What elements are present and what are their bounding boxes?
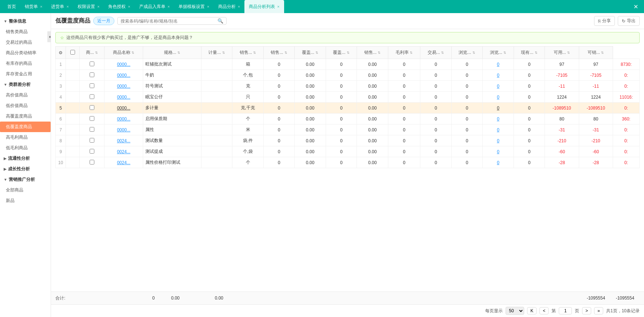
close-icon[interactable]: × xyxy=(97,4,99,9)
row-checkbox[interactable] xyxy=(80,146,105,157)
col-sales3[interactable]: 销售... ⇅ xyxy=(357,47,388,59)
row-gear[interactable] xyxy=(66,135,80,146)
sidebar-item-new-goods[interactable]: 新品 xyxy=(0,195,51,206)
col-code[interactable]: 商... ⇅ xyxy=(80,47,105,59)
row-checkbox[interactable] xyxy=(80,70,105,81)
close-icon[interactable]: × xyxy=(207,4,209,9)
prev-page-button[interactable]: < xyxy=(539,307,549,314)
row-checkbox[interactable] xyxy=(80,135,105,146)
col-checkbox[interactable] xyxy=(66,47,80,59)
page-of-label: 页 xyxy=(575,308,579,314)
close-window-button[interactable]: ✕ xyxy=(631,3,641,10)
nav-item-permissions[interactable]: 权限设置 × xyxy=(73,0,104,13)
nav-item-template[interactable]: 单据模板设置 × xyxy=(174,0,213,13)
row-browse1[interactable]: 0 xyxy=(483,92,514,103)
next-page-button[interactable]: > xyxy=(582,307,591,314)
sidebar-item-all-goods[interactable]: 全部商品 xyxy=(0,185,51,195)
search-input[interactable] xyxy=(121,19,217,24)
page-number-input[interactable] xyxy=(559,307,572,314)
last-page-button[interactable]: » xyxy=(594,307,603,314)
row-browse1[interactable]: 0 xyxy=(483,59,514,70)
row-gear[interactable] xyxy=(66,70,80,81)
col-browse2[interactable]: 浏览... ⇅ xyxy=(483,47,514,59)
select-all-checkbox[interactable] xyxy=(70,50,75,55)
close-icon[interactable]: × xyxy=(128,4,130,9)
col-unit[interactable]: 计量... ⇅ xyxy=(201,47,232,59)
search-icon[interactable]: 🔍 xyxy=(217,18,223,24)
row-gear[interactable] xyxy=(66,146,80,157)
col-available[interactable]: 可用... ⇅ xyxy=(545,47,579,59)
row-gear[interactable] xyxy=(66,124,80,135)
col-current[interactable]: 现有... ⇅ xyxy=(514,47,545,59)
nav-item-home[interactable]: 首页 xyxy=(3,0,20,13)
row-browse1[interactable]: 0 xyxy=(483,135,514,146)
nav-item-analysis[interactable]: 商品分析 × xyxy=(214,0,244,13)
row-gear[interactable] xyxy=(66,103,80,114)
row-browse1[interactable]: 0 xyxy=(483,124,514,135)
first-page-button[interactable]: K xyxy=(527,307,537,314)
col-trade[interactable]: 交易... ⇅ xyxy=(420,47,452,59)
nav-item-analysis-list[interactable]: 商品分析列表 × xyxy=(244,0,284,13)
close-icon[interactable]: × xyxy=(277,4,279,9)
row-checkbox[interactable] xyxy=(80,124,105,135)
sidebar-section-liquidity[interactable]: ▶ 流通性分析 xyxy=(0,153,51,164)
col-sales-qty[interactable]: 销售... ⇅ xyxy=(232,47,264,59)
sidebar-section-overall[interactable]: ▼ 整体信息 xyxy=(0,16,51,27)
close-icon[interactable]: × xyxy=(66,4,68,9)
close-icon[interactable]: × xyxy=(238,4,240,9)
row-checkbox[interactable] xyxy=(80,157,105,168)
row-browse1[interactable]: 0 xyxy=(483,81,514,92)
sidebar-section-group[interactable]: ▼ 类群差分析 xyxy=(0,79,51,90)
row-gear[interactable] xyxy=(66,59,80,70)
sidebar-item-low-value[interactable]: 低价值商品 xyxy=(0,100,51,111)
page-size-select[interactable]: 50 10 20 100 xyxy=(506,307,524,315)
sidebar-collapse-button[interactable]: « xyxy=(47,31,51,42)
sidebar-item-high-coverage[interactable]: 高覆盖度商品 xyxy=(0,111,51,122)
sidebar-section-marketing[interactable]: ▼ 营销推广分析 xyxy=(0,174,51,185)
filter-button[interactable]: 近一月 xyxy=(93,17,114,25)
sidebar-item-in-stock[interactable]: 有库存的商品 xyxy=(0,58,51,69)
row-browse1[interactable]: 0 xyxy=(483,157,514,168)
col-cover2[interactable]: 覆盖... ⇅ xyxy=(326,47,357,59)
sidebar-item-traded-goods[interactable]: 交易过的商品 xyxy=(0,37,51,48)
col-spec[interactable]: 规格... ⇅ xyxy=(143,47,201,59)
col-browse1[interactable]: 浏览... ⇅ xyxy=(451,47,483,59)
close-icon[interactable]: × xyxy=(168,4,170,9)
row-gear[interactable] xyxy=(66,92,80,103)
row-checkbox[interactable] xyxy=(80,81,105,92)
sidebar-item-low-coverage[interactable]: 低覆盖度商品 xyxy=(0,122,51,132)
sidebar-item-capital[interactable]: 库存资金占用 xyxy=(0,69,51,79)
sidebar-item-high-value[interactable]: 高价值商品 xyxy=(0,90,51,100)
col-saleable[interactable]: 可销... ⇅ xyxy=(579,47,613,59)
row-browse1[interactable]: 0 xyxy=(483,114,514,124)
row-checkbox[interactable] xyxy=(80,114,105,124)
col-cover1[interactable]: 覆盖... ⇅ xyxy=(295,47,326,59)
close-icon[interactable]: × xyxy=(40,4,42,9)
share-button[interactable]: ⎘ 分享 xyxy=(594,16,615,26)
row-gear[interactable] xyxy=(66,157,80,168)
row-browse1[interactable]: 0 xyxy=(483,70,514,81)
nav-item-roles[interactable]: 角色授权 × xyxy=(104,0,134,13)
row-checkbox[interactable] xyxy=(80,92,105,103)
row-spec xyxy=(201,103,232,114)
sidebar-item-category-rate[interactable]: 商品分类动销率 xyxy=(0,48,51,58)
sidebar-item-low-margin[interactable]: 低毛利商品 xyxy=(0,143,51,153)
col-margin[interactable]: 毛利率 ⇅ xyxy=(388,47,420,59)
row-checkbox[interactable] xyxy=(80,103,105,114)
col-name[interactable]: 商品名称 ⇅ xyxy=(105,47,143,59)
col-gear[interactable]: ⚙ xyxy=(56,47,66,59)
row-gear[interactable] xyxy=(66,114,80,124)
nav-item-warehouse[interactable]: 产成品入库单 × xyxy=(135,0,174,13)
row-browse1[interactable]: 0 xyxy=(483,146,514,157)
table-container[interactable]: ⚙ 商... ⇅ 商品名称 ⇅ 规格... ⇅ 计量... ⇅ 销售... ⇅ … xyxy=(51,46,644,292)
nav-item-sales[interactable]: 销货单 × xyxy=(20,0,47,13)
sidebar-item-high-margin[interactable]: 高毛利商品 xyxy=(0,132,51,143)
sidebar-item-sales-goods[interactable]: 销售类商品 xyxy=(0,27,51,37)
row-browse1[interactable]: 0 xyxy=(483,103,514,114)
row-checkbox[interactable] xyxy=(80,59,105,70)
sidebar-section-growth[interactable]: ▶ 成长性分析 xyxy=(0,164,51,174)
nav-item-purchase[interactable]: 进货单 × xyxy=(47,0,73,13)
row-gear[interactable] xyxy=(66,81,80,92)
col-sales-amt[interactable]: 销售... ⇅ xyxy=(263,47,295,59)
export-button[interactable]: ↻ 导出 xyxy=(618,16,640,26)
